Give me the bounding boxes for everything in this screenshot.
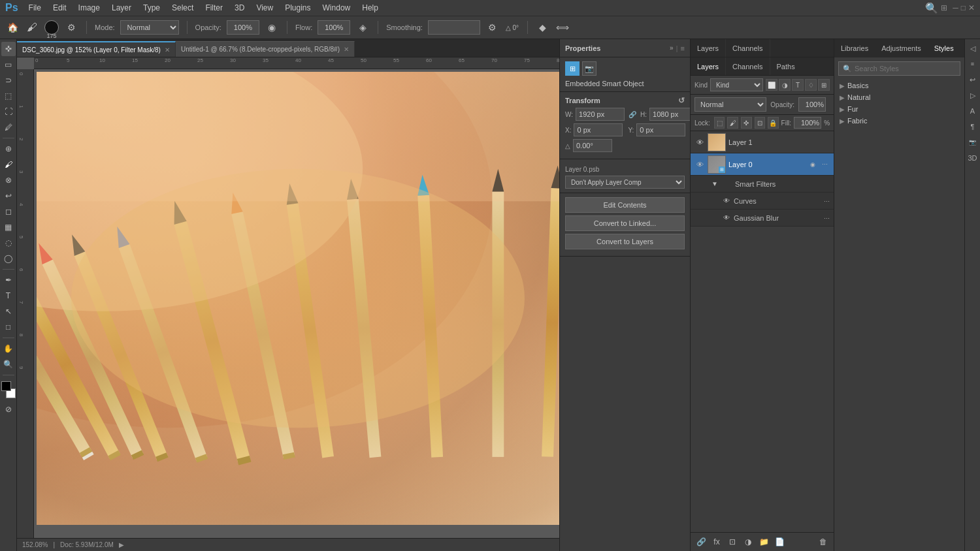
- edit-contents-button[interactable]: Edit Contents: [565, 197, 685, 213]
- layer0-visibility[interactable]: 👁: [694, 159, 705, 170]
- lock-position-icon[interactable]: ✜: [741, 117, 752, 129]
- hand-tool[interactable]: ✋: [1, 341, 16, 356]
- channels-tab[interactable]: Channels: [726, 57, 770, 75]
- paths-tab[interactable]: Paths: [770, 57, 802, 75]
- layers-panel-btn[interactable]: ≡: [966, 57, 979, 71]
- menu-layer[interactable]: Layer: [106, 2, 137, 14]
- path-select-tool[interactable]: ↖: [1, 304, 16, 319]
- workspace-btn[interactable]: ⊞: [941, 3, 947, 12]
- adjustments-tab[interactable]: Adjustments: [875, 39, 928, 57]
- canvas-wrapper[interactable]: [37, 72, 559, 525]
- transform-reset-btn[interactable]: ↺: [678, 96, 685, 105]
- angle-icon[interactable]: △ 0°: [505, 20, 519, 35]
- eraser-tool[interactable]: ◻: [1, 204, 16, 219]
- gradient-tool[interactable]: ▦: [1, 220, 16, 234]
- smart-filters-item[interactable]: ▼ Smart Filters: [691, 176, 834, 193]
- libraries-tab[interactable]: Libraries: [834, 39, 875, 57]
- tab-close-1[interactable]: ✕: [165, 46, 170, 54]
- search-btn[interactable]: 🔍: [925, 2, 938, 14]
- new-layer-btn[interactable]: 📄: [773, 535, 786, 548]
- curves-menu-icon[interactable]: ⋯: [824, 198, 830, 205]
- filter-type-icon[interactable]: T: [792, 79, 804, 91]
- layer1-visibility[interactable]: 👁: [694, 137, 705, 148]
- gaussian-blur-visibility[interactable]: 👁: [722, 213, 731, 223]
- fur-category[interactable]: ▶ Fur: [834, 103, 964, 115]
- smart-object-camera-icon[interactable]: 📷: [582, 61, 596, 76]
- delete-layer-btn[interactable]: 🗑: [817, 535, 830, 548]
- lock-pixels-icon[interactable]: 🖌: [727, 117, 738, 129]
- convert-to-layers-button[interactable]: Convert to Layers: [565, 234, 685, 249]
- mode-select[interactable]: Normal: [120, 20, 179, 35]
- menu-plugins[interactable]: Plugins: [280, 2, 316, 14]
- add-mask-btn[interactable]: ⊡: [726, 535, 739, 548]
- menu-image[interactable]: Image: [73, 2, 105, 14]
- symmetry-icon[interactable]: ⟺: [555, 20, 570, 35]
- layer-item-layer1[interactable]: 👁 Layer 1: [691, 131, 834, 153]
- height-input[interactable]: [649, 108, 690, 121]
- history-panel-btn[interactable]: ↩: [966, 73, 979, 86]
- smart-filters-arrow[interactable]: ▼: [710, 180, 719, 189]
- menu-3d[interactable]: 3D: [229, 2, 250, 14]
- smoothing-settings-icon[interactable]: ⚙: [485, 20, 500, 35]
- type-tool[interactable]: T: [1, 289, 16, 303]
- fabric-category[interactable]: ▶ Fabric: [834, 115, 964, 127]
- new-fill-btn[interactable]: ◑: [742, 535, 755, 548]
- eyedropper-tool[interactable]: 🖉: [1, 120, 16, 134]
- layer0-extra-icon[interactable]: ◉: [808, 159, 818, 170]
- new-group-btn[interactable]: 📁: [757, 535, 770, 548]
- basics-category[interactable]: ▶ Basics: [834, 80, 964, 91]
- layer-comp-select[interactable]: Don't Apply Layer Comp: [565, 176, 685, 189]
- properties-menu-btn[interactable]: ≡: [681, 44, 685, 52]
- smart-object-icon[interactable]: ⊞: [565, 61, 580, 76]
- layer0-extra-icon2[interactable]: ⋯: [819, 159, 830, 170]
- fill-input[interactable]: [794, 117, 821, 129]
- opacity-input[interactable]: [227, 20, 259, 35]
- natural-category[interactable]: ▶ Natural: [834, 91, 964, 103]
- kind-select[interactable]: Kind: [710, 78, 763, 91]
- lasso-tool[interactable]: ⊃: [1, 73, 16, 87]
- tab-untitled[interactable]: Untitled-1 @ 66.7% (8.Delete-cropped-pix…: [176, 41, 355, 57]
- filter-pixel-icon[interactable]: ⬜: [766, 79, 777, 91]
- gaussian-blur-menu-icon[interactable]: ⋯: [824, 215, 830, 222]
- clone-stamp-tool[interactable]: ⊗: [1, 173, 16, 187]
- expand-panel-btn[interactable]: ◁: [966, 42, 979, 55]
- status-arrow[interactable]: ▶: [119, 541, 124, 548]
- filter-smart-icon[interactable]: ⊞: [818, 79, 830, 91]
- camera-raw-btn[interactable]: 📷: [966, 136, 979, 149]
- tablet-pressure-icon[interactable]: ◆: [536, 20, 550, 35]
- blend-mode-select[interactable]: Normal: [694, 97, 766, 112]
- gaussian-blur-item[interactable]: 👁 Gaussian Blur ⋯: [691, 210, 834, 227]
- tab-close-2[interactable]: ✕: [344, 46, 349, 53]
- flow-pressure-icon[interactable]: ◈: [355, 20, 370, 35]
- home-icon[interactable]: 🏠: [5, 20, 20, 35]
- tab-dsc3060[interactable]: DSC_3060.jpg @ 152% (Layer 0, Filter Mas…: [17, 41, 176, 57]
- convert-to-linked-button[interactable]: Convert to Linked...: [565, 215, 685, 231]
- menu-edit[interactable]: Edit: [48, 2, 72, 14]
- actions-panel-btn[interactable]: ▷: [966, 89, 979, 102]
- 3d-panel-btn[interactable]: 3D: [966, 151, 979, 165]
- curves-filter-item[interactable]: 👁 Curves ⋯: [691, 193, 834, 210]
- brush-tool-icon[interactable]: 🖌: [25, 20, 39, 35]
- airbrush-icon[interactable]: ◉: [265, 20, 279, 35]
- styles-tab[interactable]: Styles: [928, 39, 960, 57]
- menu-help[interactable]: Help: [357, 2, 384, 14]
- properties-expand-btn[interactable]: »: [670, 44, 674, 52]
- move-tool[interactable]: ✜: [1, 42, 16, 56]
- minimize-btn[interactable]: ─: [953, 3, 958, 12]
- blur-tool[interactable]: ◌: [1, 236, 16, 250]
- crop-tool[interactable]: ⛶: [1, 104, 16, 119]
- close-btn[interactable]: ✕: [968, 3, 975, 12]
- styles-search-input[interactable]: [855, 65, 956, 72]
- pen-tool[interactable]: ✒: [1, 273, 16, 287]
- add-style-btn[interactable]: fx: [710, 535, 723, 548]
- shape-tool[interactable]: □: [1, 320, 16, 334]
- select-rect-tool[interactable]: ▭: [1, 57, 16, 72]
- menu-file[interactable]: File: [24, 2, 46, 14]
- paragraph-panel-btn[interactable]: ¶: [966, 120, 979, 133]
- lock-transparent-icon[interactable]: ⬚: [714, 117, 725, 129]
- curves-visibility[interactable]: 👁: [722, 197, 731, 206]
- y-input[interactable]: [636, 123, 685, 136]
- lock-artboard-icon[interactable]: ⊡: [755, 117, 766, 129]
- menu-window[interactable]: Window: [318, 2, 356, 14]
- brush-tool[interactable]: 🖌: [1, 157, 16, 172]
